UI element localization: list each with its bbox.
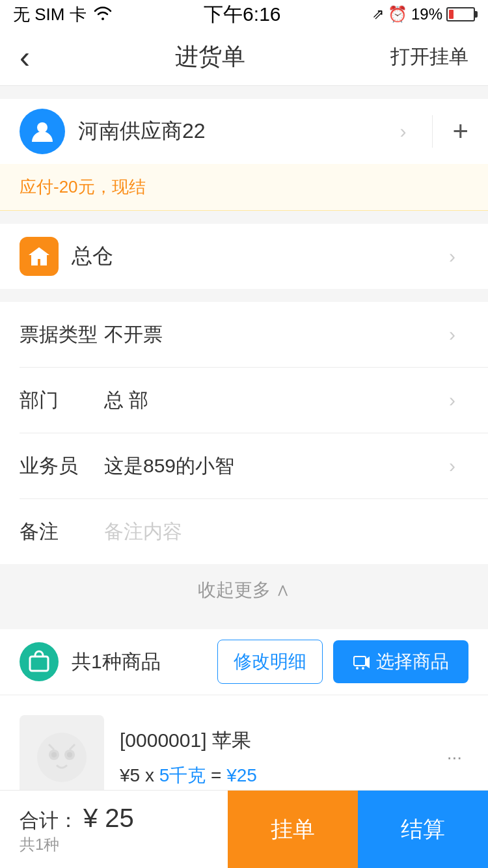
products-icon (20, 642, 59, 681)
warehouse-chevron: › (449, 245, 455, 267)
svg-rect-2 (354, 657, 366, 666)
notice-text: 应付-20元，现结 (20, 177, 146, 197)
svg-point-4 (362, 667, 364, 670)
add-button[interactable]: + (452, 116, 468, 147)
cart-icon (353, 653, 371, 671)
dept-value: 总 部 (104, 387, 449, 414)
status-left: 无 SIM 卡 (13, 3, 113, 26)
dept-label: 部门 (20, 387, 104, 414)
checkout-button[interactable]: 结算 (358, 791, 488, 869)
gap-3 (0, 289, 488, 302)
svg-point-9 (67, 752, 72, 757)
warehouse-icon (20, 237, 59, 276)
gap-1 (0, 86, 488, 99)
total-label: 合计： (20, 807, 78, 834)
select-product-button[interactable]: 选择商品 (333, 640, 468, 683)
product-total: ¥25 (226, 765, 257, 785)
form-section: 票据类型 不开票 › 部门 总 部 › 业务员 这是859的小智 › 备注 备注… (0, 302, 488, 564)
total-row: 合计： ¥ 25 (20, 804, 208, 834)
warehouse-name: 总仓 (72, 242, 449, 271)
svg-point-0 (37, 122, 47, 133)
remark-row[interactable]: 备注 备注内容 (0, 499, 488, 564)
gap-2 (0, 211, 488, 224)
open-hang-button[interactable]: 打开挂单 (390, 44, 468, 70)
collapse-row[interactable]: 收起更多 ∧ (0, 564, 488, 616)
svg-rect-1 (30, 657, 48, 671)
wifi-icon (93, 5, 113, 25)
supplier-chevron: › (400, 120, 406, 142)
more-options-button[interactable]: ··· (441, 740, 468, 774)
status-bar: 无 SIM 卡 下午6:16 ⇗ ⏰ 19% (0, 0, 488, 29)
location-icon: ⇗ (372, 6, 384, 23)
total-count: 共1种 (20, 834, 208, 855)
remark-label: 备注 (20, 519, 104, 545)
edit-detail-button[interactable]: 修改明细 (217, 640, 323, 684)
dept-chevron: › (449, 389, 455, 411)
person-icon (29, 118, 55, 144)
hang-button[interactable]: 挂单 (228, 791, 358, 869)
staff-label: 业务员 (20, 453, 104, 480)
collapse-label: 收起更多 ∧ (198, 578, 291, 603)
product-price-row: ¥5 x 5千克 = ¥25 (120, 763, 441, 788)
products-count: 共1种商品 (72, 649, 217, 675)
svg-point-3 (356, 667, 359, 670)
staff-value: 这是859的小智 (104, 453, 449, 480)
gap-4 (0, 616, 488, 629)
product-name: [0000001] 苹果 (120, 727, 441, 754)
battery-icon (446, 7, 475, 21)
supplier-name: 河南供应商22 (78, 117, 400, 146)
price-separator: x (145, 765, 159, 785)
product-title: 苹果 (212, 729, 251, 751)
battery-text: 19% (411, 5, 442, 23)
products-header: 共1种商品 修改明细 选择商品 (0, 629, 488, 694)
status-right: ⇗ ⏰ 19% (372, 5, 475, 23)
total-section: 合计： ¥ 25 共1种 (0, 804, 228, 855)
status-time: 下午6:16 (204, 1, 280, 28)
invoice-value: 不开票 (104, 321, 449, 348)
back-button[interactable]: ‹ (20, 39, 30, 75)
product-qty: 5千克 (159, 765, 206, 785)
home-icon (27, 245, 51, 268)
total-amount: ¥ 25 (83, 804, 134, 833)
invoice-chevron: › (449, 323, 455, 346)
remark-input[interactable]: 备注内容 (104, 519, 468, 545)
product-unit-price: ¥5 (120, 765, 140, 785)
page-title: 进货单 (175, 41, 245, 73)
supplier-avatar (20, 109, 65, 154)
staff-chevron: › (449, 455, 455, 477)
dept-row[interactable]: 部门 总 部 › (0, 368, 488, 433)
supplier-divider (432, 115, 433, 148)
nav-bar: ‹ 进货单 打开挂单 (0, 29, 488, 86)
staff-row[interactable]: 业务员 这是859的小智 › (0, 433, 488, 498)
bottom-bar: 合计： ¥ 25 共1种 挂单 结算 (0, 790, 488, 868)
product-info: [0000001] 苹果 ¥5 x 5千克 = ¥25 (120, 727, 441, 788)
notice-banner: 应付-20元，现结 (0, 164, 488, 211)
owl-logo-icon (36, 731, 88, 783)
equals-sign: = (211, 765, 226, 785)
product-thumbnail (20, 715, 104, 800)
alarm-icon: ⏰ (388, 5, 407, 23)
invoice-row[interactable]: 票据类型 不开票 › (0, 302, 488, 367)
product-code: [0000001] (120, 729, 206, 751)
supplier-row[interactable]: 河南供应商22 › + (0, 99, 488, 164)
svg-point-5 (37, 733, 87, 782)
shopping-bag-icon (27, 650, 51, 673)
invoice-label: 票据类型 (20, 321, 104, 348)
carrier-text: 无 SIM 卡 (13, 3, 87, 26)
warehouse-row[interactable]: 总仓 › (0, 224, 488, 289)
select-product-label: 选择商品 (376, 649, 449, 674)
svg-point-8 (51, 752, 57, 757)
